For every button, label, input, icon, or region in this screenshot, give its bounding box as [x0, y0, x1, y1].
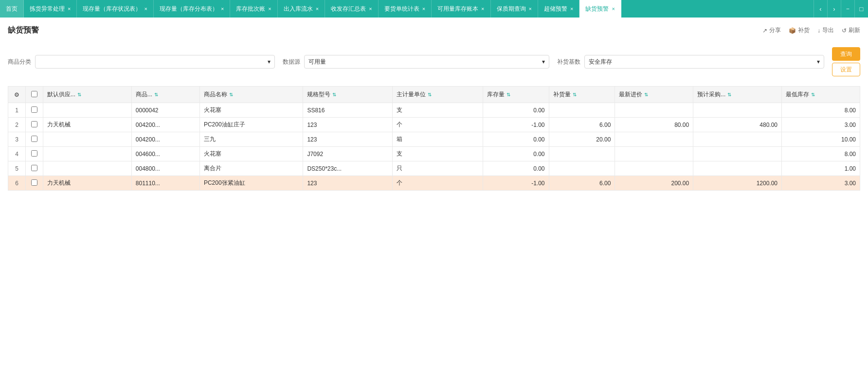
tab-inventory-dist-close[interactable]: × — [221, 6, 224, 12]
col-min-stock-label: 最低库存 — [786, 90, 809, 99]
export-button[interactable]: ↓ 导出 — [817, 26, 834, 35]
tab-overstock[interactable]: 超储预警 × — [538, 0, 579, 18]
col-min-stock-header[interactable]: 最低库存 ⇅ — [782, 87, 860, 103]
row-num: 3 — [8, 132, 26, 147]
tab-shortage-label: 缺货预警 — [585, 5, 609, 13]
tab-order-stat-label: 要货单统计表 — [384, 5, 419, 13]
table-body: 1 0000042 火花塞 SS816 支 0.00 8.00 2 力天机械 0… — [8, 103, 860, 191]
row-checkbox[interactable] — [31, 136, 37, 142]
tab-flow[interactable]: 出入库流水 × — [278, 0, 325, 18]
share-button[interactable]: ↗ 分享 — [762, 26, 781, 35]
col-settings-header[interactable]: ⚙ — [8, 87, 26, 103]
col-latest-price-header[interactable]: 最新进价 ⇅ — [615, 87, 693, 103]
row-latest-price — [615, 147, 693, 161]
row-unit: 只 — [392, 161, 483, 176]
replenish-base-label: 补货基数 — [557, 58, 580, 66]
tab-expiry[interactable]: 保质期查询 × — [491, 0, 538, 18]
tab-close-all-button[interactable]: － — [841, 0, 854, 18]
tab-available-close[interactable]: × — [481, 6, 484, 12]
refresh-label: 刷新 — [849, 26, 860, 35]
col-replenish-header[interactable]: 补货量 ⇅ — [549, 87, 615, 103]
tab-inventory-dist[interactable]: 现存量（库存分布表） × — [154, 0, 230, 18]
row-unit: 个 — [392, 176, 483, 191]
tab-home-label: 首页 — [6, 5, 18, 13]
row-min-stock: 10.00 — [782, 132, 860, 147]
settings-button[interactable]: 设置 — [832, 63, 860, 76]
datasource-select[interactable]: 可用量 ▾ — [304, 55, 550, 69]
row-checkbox[interactable] — [31, 121, 37, 127]
tab-shortage[interactable]: 缺货预警 × — [579, 0, 621, 18]
row-product-code: 004600... — [131, 147, 199, 161]
tab-flow-close[interactable]: × — [316, 6, 319, 12]
col-est-purchase-header[interactable]: 预计采购... ⇅ — [693, 87, 782, 103]
row-checkbox-cell — [26, 176, 43, 191]
col-supplier-header[interactable]: 默认供应... ⇅ — [43, 87, 132, 103]
row-product-code: 004800... — [131, 161, 199, 176]
tab-collect-close[interactable]: × — [369, 6, 372, 12]
table-row: 1 0000042 火花塞 SS816 支 0.00 8.00 — [8, 103, 860, 118]
col-product-code-label: 商品... — [136, 90, 152, 99]
datasource-value: 可用量 — [308, 58, 326, 66]
row-est-purchase — [693, 147, 782, 161]
tab-inventory-status-close[interactable]: × — [144, 6, 147, 12]
refresh-button[interactable]: ↺ 刷新 — [842, 26, 860, 35]
select-all-checkbox[interactable] — [31, 91, 37, 97]
settings-icon: ⚙ — [14, 91, 19, 98]
tab-batch-account-close[interactable]: × — [268, 6, 271, 12]
replenish-base-chevron-icon: ▾ — [817, 58, 820, 65]
replenish-button[interactable]: 📦 补货 — [789, 26, 810, 35]
row-min-stock: 3.00 — [782, 118, 860, 132]
col-stock-header[interactable]: 库存量 ⇅ — [483, 87, 549, 103]
share-icon: ↗ — [762, 27, 767, 34]
row-product-name: 火花塞 — [199, 147, 303, 161]
tab-next-button[interactable]: › — [827, 0, 841, 18]
stock-sort-icon: ⇅ — [506, 92, 510, 97]
table-row: 3 004200... 三九 123 箱 0.00 20.00 10.00 — [8, 132, 860, 147]
tab-maximize-button[interactable]: □ — [854, 0, 868, 18]
tab-prev-button[interactable]: ‹ — [814, 0, 827, 18]
row-checkbox[interactable] — [31, 179, 37, 186]
query-button[interactable]: 查询 — [832, 47, 860, 61]
col-product-code-header[interactable]: 商品... ⇅ — [131, 87, 199, 103]
row-replenish — [549, 147, 615, 161]
row-checkbox-cell — [26, 103, 43, 118]
page-header: 缺货预警 ↗ 分享 📦 补货 ↓ 导出 ↺ 刷新 — [8, 25, 860, 35]
tab-collect[interactable]: 收发存汇总表 × — [325, 0, 378, 18]
tab-order-stat-close[interactable]: × — [422, 6, 425, 12]
tab-overstock-close[interactable]: × — [570, 6, 573, 12]
col-spec-header[interactable]: 规格型号 ⇅ — [303, 87, 392, 103]
tab-expiry-close[interactable]: × — [529, 6, 532, 12]
tab-home[interactable]: 首页 — [0, 0, 24, 18]
tab-available[interactable]: 可用量库存账本 × — [432, 0, 490, 18]
row-est-purchase: 480.00 — [693, 118, 782, 132]
col-unit-header[interactable]: 主计量单位 ⇅ — [392, 87, 483, 103]
datasource-filter: 数据源 可用量 ▾ — [283, 55, 550, 69]
row-stock: 0.00 — [483, 147, 549, 161]
col-product-name-header[interactable]: 商品名称 ⇅ — [199, 87, 303, 103]
category-select[interactable]: ▾ — [35, 55, 275, 69]
col-product-name-label: 商品名称 — [204, 90, 227, 99]
tab-order-stat[interactable]: 要货单统计表 × — [379, 0, 432, 18]
tab-shortage-close[interactable]: × — [612, 6, 615, 12]
replenish-base-select[interactable]: 安全库存 ▾ — [584, 55, 824, 69]
row-est-purchase — [693, 161, 782, 176]
col-est-purchase-label: 预计采购... — [697, 90, 725, 99]
row-checkbox[interactable] — [31, 106, 37, 113]
filter-row: 商品分类 ▾ 数据源 可用量 ▾ 补货基数 安全库存 ▾ 查询 设置 — [8, 43, 860, 80]
min-stock-sort-icon: ⇅ — [811, 92, 815, 97]
tab-collect-label: 收发存汇总表 — [331, 5, 366, 13]
row-checkbox[interactable] — [31, 150, 37, 157]
col-supplier-label: 默认供应... — [47, 90, 75, 99]
row-num: 1 — [8, 103, 26, 118]
col-checkbox-header[interactable] — [26, 87, 43, 103]
supplier-sort-icon: ⇅ — [77, 92, 81, 97]
tab-abnormal-close[interactable]: × — [68, 6, 71, 12]
tab-batch-account[interactable]: 库存批次账 × — [230, 0, 277, 18]
tab-inventory-status[interactable]: 现存量（库存状况表） × — [77, 0, 153, 18]
tab-abnormal[interactable]: 拣货异常处理 × — [24, 0, 77, 18]
tab-batch-account-label: 库存批次账 — [236, 5, 265, 13]
row-checkbox[interactable] — [31, 165, 37, 171]
row-product-code: 004200... — [131, 118, 199, 132]
row-checkbox-cell — [26, 132, 43, 147]
row-product-name: PC200油缸庄子 — [199, 118, 303, 132]
